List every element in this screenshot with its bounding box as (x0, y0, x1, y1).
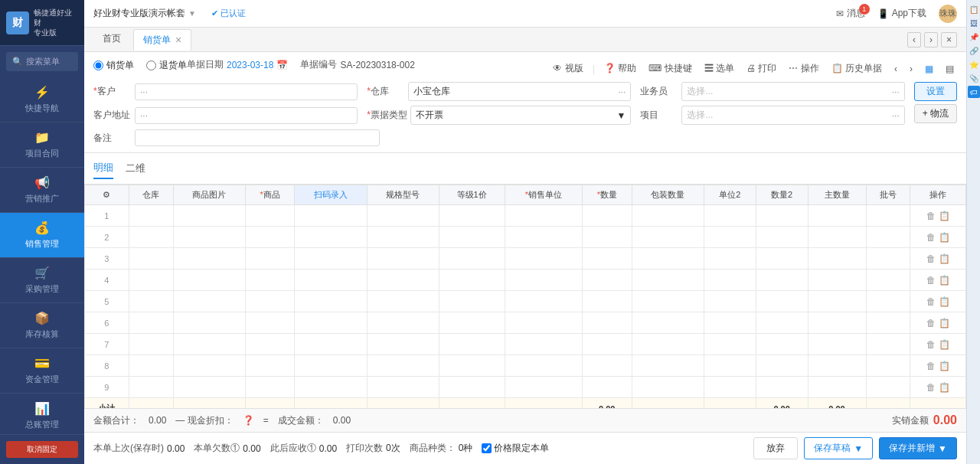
copy-icon-7[interactable]: 📋 (939, 339, 950, 350)
message-button[interactable]: ✉ 消息 1 (836, 7, 865, 20)
col-scan[interactable]: 扫码录入 (295, 185, 367, 205)
cancel-pin-button[interactable]: 取消固定 (6, 441, 78, 458)
delete-icon-5[interactable]: 🗑 (926, 296, 936, 307)
toolbar-nav-next-btn[interactable]: › (906, 62, 916, 76)
sidebar-item-general[interactable]: 📊 总账管理 (0, 394, 84, 434)
price-checkbox[interactable] (482, 443, 492, 453)
rp-icon-6[interactable]: 📎 (968, 72, 980, 84)
delete-icon-1[interactable]: 🗑 (926, 211, 936, 221)
delete-icon-4[interactable]: 🗑 (926, 275, 936, 286)
add-material-button[interactable]: + 物流 (914, 104, 957, 123)
user-menu[interactable]: 珠珠 (939, 5, 957, 23)
staff-dots-icon[interactable]: ··· (892, 87, 900, 97)
sidebar-item-purchase[interactable]: 🛒 采购管理 (0, 258, 84, 303)
copy-icon-9[interactable]: 📋 (939, 382, 950, 393)
company-selector[interactable]: 好业财专业版演示帐套 ▼ (93, 7, 196, 20)
cell-spec-1[interactable] (367, 205, 439, 227)
cell-qty2-1[interactable] (756, 205, 808, 227)
rp-icon-1[interactable]: 📋 (968, 3, 980, 15)
cell-scan-1[interactable] (295, 205, 367, 227)
sidebar-item-quick-nav[interactable]: ⚡ 快捷导航 (0, 77, 84, 123)
tab-close-icon[interactable]: × (175, 34, 181, 46)
cell-pack-qty-1[interactable] (632, 205, 704, 227)
cell-batch-1[interactable] (866, 205, 910, 227)
toolbar-nav-prev-btn[interactable]: ‹ (891, 62, 900, 76)
warehouse-dots-icon[interactable]: ··· (618, 87, 626, 97)
calendar-icon[interactable]: 📅 (276, 60, 288, 70)
tab-prev-button[interactable]: ‹ (907, 32, 921, 47)
radio-sales-input[interactable] (93, 60, 103, 70)
save-new-dropdown-icon[interactable]: ▼ (938, 443, 947, 454)
sidebar-item-sales[interactable]: 💰 销售管理 (0, 213, 84, 258)
copy-icon-4[interactable]: 📋 (939, 275, 950, 286)
cell-unit2-1[interactable] (704, 205, 756, 227)
copy-icon-8[interactable]: 📋 (939, 361, 950, 371)
rp-icon-3[interactable]: 📌 (968, 31, 980, 43)
delete-icon-6[interactable]: 🗑 (926, 318, 936, 328)
save-draft-dropdown-icon[interactable]: ▼ (854, 443, 863, 454)
rp-icon-2[interactable]: 🖼 (968, 17, 980, 29)
sidebar-item-inventory[interactable]: 📦 库存核算 (0, 303, 84, 348)
address-input[interactable]: ··· (135, 107, 358, 124)
project-dots-icon[interactable]: ··· (892, 110, 900, 121)
delete-icon-3[interactable]: 🗑 (926, 253, 936, 264)
delete-icon-7[interactable]: 🗑 (926, 339, 936, 350)
cell-sales-unit-1[interactable] (505, 205, 582, 227)
address-dots-icon[interactable]: ··· (140, 110, 148, 121)
cell-image-1[interactable] (173, 205, 245, 227)
toolbar-help-btn[interactable]: ❓ 帮助 (601, 60, 639, 77)
price-checkbox-label[interactable]: 价格限定本单 (482, 442, 549, 455)
tab-2d[interactable]: 二维 (126, 158, 145, 178)
save-new-button[interactable]: 保存并新增 ▼ (879, 437, 957, 459)
warehouse-input[interactable]: 小宝仓库 ··· (408, 82, 631, 101)
cell-quantity-1[interactable] (582, 205, 632, 227)
delete-icon-8[interactable]: 🗑 (926, 361, 936, 371)
toolbar-grid2-btn[interactable]: ▤ (942, 62, 957, 76)
tab-home[interactable]: 首页 (93, 28, 130, 51)
toolbar-print-btn[interactable]: 🖨 打印 (743, 60, 779, 77)
discard-button[interactable]: 放弃 (753, 437, 798, 459)
tab-next-button[interactable]: › (924, 32, 938, 47)
toolbar-history-btn[interactable]: 📋 历史单据 (828, 60, 885, 77)
radio-return[interactable]: 退货单 (146, 59, 187, 72)
question-icon[interactable]: ❓ (243, 415, 254, 426)
toolbar-select-btn[interactable]: ☰ 选单 (701, 60, 737, 77)
cell-price1-1[interactable] (439, 205, 505, 227)
sidebar-item-capital[interactable]: 💳 资金管理 (0, 348, 84, 394)
copy-icon-1[interactable]: 📋 (939, 211, 950, 221)
rp-icon-5[interactable]: ⭐ (968, 58, 980, 70)
copy-icon-6[interactable]: 📋 (939, 318, 950, 328)
toolbar-grid1-btn[interactable]: ▦ (922, 62, 936, 76)
save-draft-button[interactable]: 保存草稿 ▼ (804, 437, 873, 459)
tab-sales-order[interactable]: 销货单 × (133, 29, 191, 51)
delete-icon-9[interactable]: 🗑 (926, 382, 936, 393)
radio-return-input[interactable] (146, 60, 156, 70)
cell-main-qty-1[interactable] (808, 205, 866, 227)
cell-product-1[interactable] (245, 205, 295, 227)
search-menu-button[interactable]: 🔍 搜索菜单 (6, 52, 78, 71)
copy-icon-5[interactable]: 📋 (939, 296, 950, 307)
staff-input[interactable]: 选择... ··· (681, 82, 904, 101)
set-price-button[interactable]: 设置 (914, 82, 957, 101)
sidebar-item-marketing[interactable]: 📢 营销推广 (0, 168, 84, 213)
toolbar-shortcut-btn[interactable]: ⌨ 快捷键 (645, 60, 694, 77)
invoice-select[interactable]: 不开票 ▼ (410, 106, 632, 125)
copy-icon-2[interactable]: 📋 (939, 232, 950, 243)
note-input[interactable] (135, 129, 380, 146)
radio-sales[interactable]: 销货单 (93, 59, 134, 72)
customer-dots-icon[interactable]: ··· (140, 87, 148, 97)
customer-input[interactable]: ··· (135, 83, 358, 100)
project-input[interactable]: 选择... ··· (681, 106, 904, 125)
copy-icon-3[interactable]: 📋 (939, 253, 950, 264)
tab-detail[interactable]: 明细 (93, 158, 113, 179)
app-download-button[interactable]: 📱 App下载 (877, 7, 926, 20)
delete-icon-2[interactable]: 🗑 (926, 232, 936, 243)
rp-icon-4[interactable]: 🔗 (968, 44, 980, 57)
toolbar-view-btn[interactable]: 👁 视版 (550, 60, 586, 77)
col-settings[interactable]: ⚙ (85, 185, 129, 205)
cell-warehouse-1[interactable] (129, 205, 173, 227)
toolbar-operation-btn[interactable]: ⋯ 操作 (786, 60, 822, 77)
sidebar-item-project[interactable]: 📁 项目合同 (0, 123, 84, 168)
rp-icon-7[interactable]: 🏷 (968, 86, 980, 98)
tab-close-button[interactable]: × (941, 32, 957, 47)
